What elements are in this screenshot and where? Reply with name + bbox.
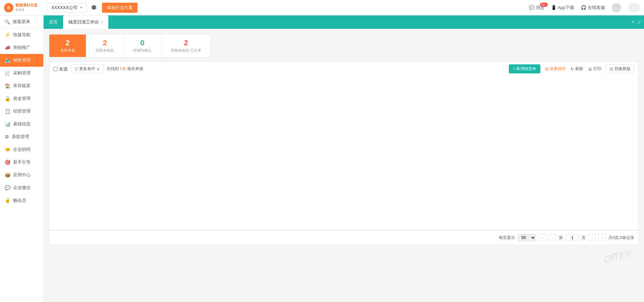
search-icon: 🔍 bbox=[5, 19, 10, 24]
print-icon: 🖨 bbox=[588, 67, 592, 71]
tab-label-active: 钱货日清工作台 bbox=[68, 19, 99, 25]
next-page-btn[interactable]: › bbox=[588, 234, 596, 241]
sidebar: 🔍 搜索菜单 ⚡ 快捷导航 📣 营销推广 🏪 销售管理 🛒 采购管理 🏠 库存核… bbox=[0, 15, 44, 302]
sidebar-label-quick-nav: 快捷导航 bbox=[13, 32, 31, 38]
logo-subtitle: 标准版 bbox=[15, 8, 38, 12]
per-page-label: 每页显示 bbox=[499, 235, 515, 241]
filter-dropdown-icon: ∨ bbox=[97, 67, 100, 71]
sidebar-item-wechat[interactable]: 💬 企业微信 bbox=[0, 181, 43, 194]
app-download-button[interactable]: 📱 App下载 bbox=[551, 5, 574, 11]
refresh-icon: ↻ bbox=[571, 67, 574, 71]
sidebar-label-marketing: 营销推广 bbox=[13, 45, 31, 51]
filter-button[interactable]: ▽ 更多条件 ∨ bbox=[71, 64, 103, 73]
select-all-checkbox[interactable] bbox=[53, 67, 58, 71]
table-icon: 📊 bbox=[5, 121, 10, 127]
top-header: 6 畅捷通好生意 标准版 XXXXXX公司 ▼ 体验行业方案 💬 消息 99+ … bbox=[0, 0, 644, 15]
sidebar-item-guide[interactable]: 🎯 新手引导 bbox=[0, 156, 43, 169]
lightning-icon: ⚡ bbox=[5, 32, 10, 38]
switch-version-button[interactable]: ⊡ 切换新版 bbox=[606, 64, 634, 73]
search-menu[interactable]: 🔍 搜索菜单 bbox=[0, 15, 43, 28]
filter-label: 更多条件 bbox=[79, 66, 95, 72]
stat-tab-overdue-unshipped[interactable]: 2 到期未收款 已出库 bbox=[161, 35, 211, 57]
sidebar-label-purchase: 采购管理 bbox=[13, 70, 31, 76]
sidebar-item-sales[interactable]: 🏪 销售管理 bbox=[0, 54, 43, 67]
sidebar-item-funds[interactable]: 🔒 资金管理 bbox=[0, 92, 43, 105]
sidebar-item-purchase[interactable]: 🛒 采购管理 bbox=[0, 67, 43, 79]
maximize-window-icon[interactable]: ⤢ bbox=[637, 19, 641, 25]
sidebar-item-enterprise[interactable]: 🤝 企业协同 bbox=[0, 143, 43, 156]
online-service-button[interactable]: 🎧 在线客服 bbox=[581, 5, 605, 11]
pagination-summary: 共0页,0条记录 bbox=[608, 235, 634, 241]
sidebar-item-marketing[interactable]: 📣 营销推广 bbox=[0, 41, 43, 54]
company-dropdown-icon: ▼ bbox=[79, 6, 83, 9]
select-all-text: 全选 bbox=[59, 66, 68, 72]
sidebar-item-operations[interactable]: 📋 经营管理 bbox=[0, 105, 43, 118]
print-label: 打印 bbox=[593, 66, 601, 72]
sidebar-item-inventory[interactable]: 🏠 库存核算 bbox=[0, 79, 43, 92]
nav-tabs-actions: × ⤢ bbox=[632, 19, 644, 25]
page-number-input[interactable] bbox=[566, 234, 579, 241]
new-order-button[interactable]: + 新增销货单 bbox=[509, 64, 540, 73]
per-page-select[interactable]: 50 20 100 bbox=[518, 234, 536, 241]
company-selector[interactable]: XXXXXX公司 ▼ bbox=[48, 3, 87, 12]
phone-icon: 📱 bbox=[551, 5, 556, 10]
toolbar: 全选 ▽ 更多条件 ∨ 共找到 0条 相关单据 + 新增销货单 ⊞ 批量操作 ↻… bbox=[49, 61, 639, 76]
avatar-extra bbox=[628, 3, 640, 12]
sidebar-label-enterprise: 企业协同 bbox=[13, 146, 31, 153]
batch-label: 批量操作 bbox=[550, 66, 566, 72]
tab-home[interactable]: 首页 bbox=[44, 15, 63, 29]
experience-btn[interactable]: 体验行业方案 bbox=[102, 3, 138, 13]
settings-button[interactable] bbox=[89, 3, 99, 12]
switch-label: 切换新版 bbox=[614, 66, 631, 72]
app-download-label: App下载 bbox=[558, 5, 574, 11]
last-page-btn[interactable]: » bbox=[598, 234, 606, 241]
stat-num-all: 2 bbox=[59, 39, 76, 47]
sidebar-label-funds: 资金管理 bbox=[13, 96, 31, 102]
logo-area: 6 畅捷通好生意 标准版 bbox=[4, 3, 48, 12]
cart-icon: 🛒 bbox=[5, 70, 10, 76]
logo-text-block: 畅捷通好生意 标准版 bbox=[15, 3, 38, 12]
home-icon: 🏠 bbox=[5, 83, 10, 88]
gear-icon: ⚙ bbox=[5, 134, 9, 139]
lock-icon: 🔒 bbox=[5, 96, 10, 101]
batch-icon: ⊞ bbox=[545, 67, 548, 71]
main-content: 2 全部单据 2 到期未收款 0 旺铺待确认 2 到期未收款 已出库 全选 ▽ … bbox=[44, 29, 644, 302]
sidebar-item-app-center[interactable]: 📦 应用中心 bbox=[0, 169, 43, 181]
headset-icon: 🎧 bbox=[581, 5, 586, 10]
sidebar-label-wechat: 企业微信 bbox=[13, 185, 31, 191]
prev-page-btn[interactable]: ‹ bbox=[549, 234, 556, 241]
print-button[interactable]: 🖨 打印 bbox=[588, 66, 601, 72]
sidebar-label-operations: 经营管理 bbox=[13, 108, 31, 114]
switch-icon: ⊡ bbox=[610, 67, 613, 71]
stat-tab-all[interactable]: 2 全部单据 bbox=[49, 35, 86, 57]
search-menu-label: 搜索菜单 bbox=[13, 19, 30, 25]
tab-close-icon[interactable]: × bbox=[101, 20, 103, 24]
select-all-label[interactable]: 全选 bbox=[53, 66, 68, 72]
sidebar-item-member[interactable]: ✌ 畅会员 bbox=[0, 194, 43, 207]
sidebar-item-quick-nav[interactable]: ⚡ 快捷导航 bbox=[0, 28, 43, 41]
stat-label-overdue-unpaid: 到期未收款 bbox=[96, 48, 114, 53]
close-window-icon[interactable]: × bbox=[632, 19, 635, 25]
refresh-button[interactable]: ↻ 刷新 bbox=[571, 66, 583, 72]
toolbar-left: 全选 ▽ 更多条件 ∨ 共找到 0条 相关单据 bbox=[53, 64, 143, 73]
store-icon: 🏪 bbox=[5, 58, 10, 63]
target-icon: 🎯 bbox=[5, 160, 10, 165]
sidebar-label-app-center: 应用中心 bbox=[13, 172, 31, 178]
sidebar-item-basic[interactable]: 📊 基础信息 bbox=[0, 118, 43, 130]
tab-active[interactable]: 钱货日清工作台 × bbox=[63, 15, 108, 29]
avatar[interactable] bbox=[612, 3, 621, 12]
table-area bbox=[49, 76, 639, 230]
found-text: 共找到 0条 相关单据 bbox=[107, 66, 143, 72]
messages-button[interactable]: 💬 消息 99+ bbox=[529, 5, 544, 11]
first-page-btn[interactable]: « bbox=[539, 234, 546, 241]
stat-tab-overdue-unpaid[interactable]: 2 到期未收款 bbox=[86, 35, 124, 57]
sidebar-item-system[interactable]: ⚙ 系统管理 bbox=[0, 130, 43, 143]
sidebar-label-member: 畅会员 bbox=[13, 197, 26, 203]
stat-tab-wangpu[interactable]: 0 旺铺待确认 bbox=[124, 35, 161, 57]
stat-num-wangpu: 0 bbox=[133, 39, 152, 47]
sidebar-label-sales: 销售管理 bbox=[13, 57, 31, 63]
online-service-label: 在线客服 bbox=[588, 5, 605, 11]
batch-operation-button[interactable]: ⊞ 批量操作 bbox=[545, 66, 566, 72]
found-count: 0条 bbox=[120, 66, 126, 71]
handshake-icon: 🤝 bbox=[5, 147, 10, 152]
